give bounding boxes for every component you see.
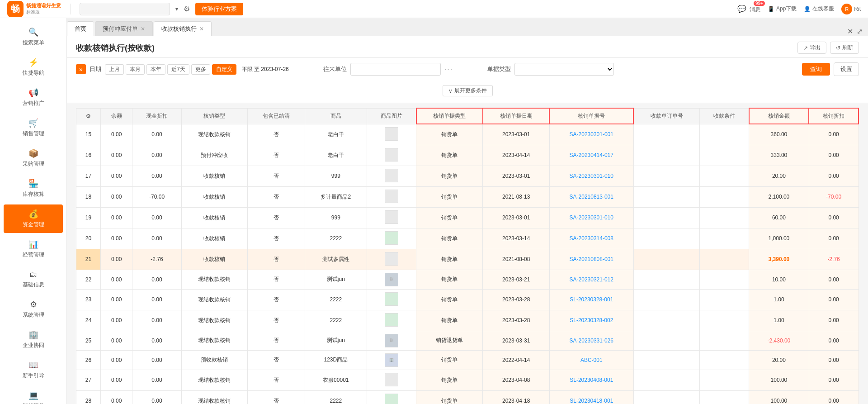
- cell-cash-discount: 0.00: [132, 270, 181, 289]
- cell-goods-img: [367, 186, 416, 207]
- tab-close-all[interactable]: ✕: [847, 27, 853, 36]
- th-goods: 商品: [305, 108, 367, 124]
- expand-more-button[interactable]: ∨ 展开更多条件: [443, 85, 493, 96]
- sidebar-label-sales: 销售管理: [23, 130, 44, 138]
- cell-bill-type: 销货单: [416, 310, 483, 331]
- expand-more-row: ∨ 展开更多条件: [76, 83, 859, 98]
- cell-bill-no[interactable]: SA-20230331-026: [549, 331, 633, 350]
- expand-down-icon: ∨: [448, 88, 453, 94]
- cell-included: 否: [247, 207, 305, 228]
- date-btn-7days[interactable]: 近7天: [167, 64, 189, 75]
- search-input[interactable]: [80, 3, 170, 15]
- bill-no-link[interactable]: SA-20230414-017: [570, 152, 613, 158]
- bill-no-link[interactable]: SA-20230314-008: [570, 235, 613, 242]
- date-btn-this-month[interactable]: 本月: [126, 64, 145, 75]
- online-service[interactable]: 👤在线客服: [804, 5, 834, 13]
- cell-bill-no[interactable]: ABC-001: [549, 350, 633, 370]
- date-btn-this-year[interactable]: 本年: [146, 64, 165, 75]
- date-btn-custom[interactable]: 自定义: [212, 64, 236, 75]
- user-info[interactable]: R Rit: [841, 4, 861, 14]
- cell-bill-no[interactable]: SA-20230301-001: [549, 124, 633, 145]
- sidebar-item-basic[interactable]: 🗂 基础信息: [4, 265, 63, 293]
- sidebar-item-quick[interactable]: ⚡ 快捷导航: [4, 53, 63, 81]
- sidebar-item-sales[interactable]: 🛒 销售管理: [4, 114, 63, 142]
- avatar: R: [841, 4, 852, 14]
- sidebar-item-finance[interactable]: 💰 资金管理: [4, 204, 63, 233]
- cell-bill-no[interactable]: SA-20210808-001: [549, 249, 633, 270]
- sidebar-label-guide: 新手引导: [23, 372, 44, 380]
- sidebar-item-corp[interactable]: 🏢 企业协同: [4, 325, 63, 354]
- bill-no-link[interactable]: SA-20230301-001: [570, 131, 613, 138]
- tab-home[interactable]: 首页: [67, 21, 94, 36]
- th-bill-date: 核销单据日期: [483, 108, 549, 124]
- sidebar-item-hardware[interactable]: 💻 智能硬件: [4, 386, 63, 404]
- cell-bill-type: 销货单: [416, 145, 483, 166]
- table-container[interactable]: ⚙ 余额 现金折扣 核销类型 包含已结清 商品 商品图片 核销单据类型 核销单据…: [67, 103, 868, 404]
- table-row: 23 0.00 0.00 现结收款核销 否 2222 销货单 2023-03-2…: [76, 289, 859, 310]
- tab-prepay-label: 预付冲应付单: [103, 25, 138, 33]
- logo-subtext: 标准版: [26, 9, 61, 15]
- gear-icon[interactable]: ⚙: [184, 5, 190, 13]
- bill-no-link[interactable]: SA-20230331-026: [570, 337, 613, 344]
- cell-bill-no[interactable]: SA-20230321-012: [549, 270, 633, 289]
- bill-no-link[interactable]: SA-20230301-010: [570, 214, 613, 221]
- th-settings[interactable]: ⚙: [76, 108, 101, 124]
- bill-no-link[interactable]: SL-20230328-002: [570, 317, 613, 323]
- bill-no-link[interactable]: SA-20230301-010: [570, 173, 613, 179]
- tab-receipt[interactable]: 收款核销执行 ✕: [154, 21, 212, 36]
- app-download[interactable]: 📱App下载: [768, 5, 797, 13]
- cell-bill-no[interactable]: SA-20230414-017: [549, 145, 633, 166]
- cell-verify-discount: -2.76: [809, 249, 859, 270]
- bill-no-link[interactable]: SL-20230408-001: [570, 377, 613, 383]
- date-btn-more[interactable]: 更多: [191, 64, 210, 75]
- message-label: 消息: [750, 6, 760, 13]
- cell-bill-no[interactable]: SL-20230418-001: [549, 390, 633, 404]
- cell-cash-discount: 0.00: [132, 310, 181, 331]
- bill-no-link[interactable]: SL-20230328-001: [570, 296, 613, 303]
- cell-goods-img: [367, 249, 416, 270]
- export-button[interactable]: ↗ 导出: [797, 42, 826, 54]
- setting-button[interactable]: 设置: [834, 62, 859, 76]
- cell-bill-no[interactable]: SL-20230408-001: [549, 370, 633, 390]
- solution-button[interactable]: 体验行业方案: [195, 3, 243, 15]
- cell-bill-no[interactable]: SA-20230301-010: [549, 166, 633, 186]
- cell-bill-no[interactable]: SL-20230328-001: [549, 289, 633, 310]
- filter-dots: ···: [444, 65, 453, 73]
- sidebar-item-inventory[interactable]: 🏪 库存核算: [4, 174, 63, 203]
- cell-goods-img: [367, 166, 416, 186]
- bill-type-select[interactable]: [514, 63, 614, 76]
- filter-from-unit: 往来单位 ···: [323, 63, 453, 76]
- bill-no-link[interactable]: SL-20230418-001: [570, 398, 613, 404]
- cell-goods-img: [367, 390, 416, 404]
- sidebar-item-guide[interactable]: 📖 新手引导: [4, 356, 63, 384]
- sidebar-item-system[interactable]: ⚙ 系统管理: [4, 295, 63, 323]
- expand-arrow[interactable]: »: [76, 64, 86, 74]
- cell-bill-no[interactable]: SA-20230301-010: [549, 207, 633, 228]
- cell-goods: 2222: [305, 390, 367, 404]
- cell-balance: 0.00: [100, 145, 132, 166]
- bill-no-link[interactable]: SA-20210808-001: [570, 256, 613, 262]
- message-button[interactable]: 💬 99+ 消息: [737, 5, 760, 14]
- table-row: 28 0.00 0.00 现结收款核销 否 2222 销货单 2023-04-1…: [76, 390, 859, 404]
- sidebar-item-operation[interactable]: 📊 经营管理: [4, 235, 63, 263]
- cell-verify-amount: 60.00: [749, 207, 809, 228]
- sidebar-item-purchase[interactable]: 📦 采购管理: [4, 144, 63, 172]
- cell-bill-no[interactable]: SA-20210813-001: [549, 186, 633, 207]
- date-btn-last-month[interactable]: 上月: [105, 64, 124, 75]
- query-button[interactable]: 查询: [802, 63, 830, 76]
- cell-included: 否: [247, 124, 305, 145]
- refresh-button[interactable]: ↺ 刷新: [830, 42, 859, 54]
- sidebar-item-marketing[interactable]: 📢 营销推广: [4, 83, 63, 112]
- bill-no-link[interactable]: ABC-001: [580, 357, 603, 363]
- tab-prepay-close[interactable]: ✕: [141, 26, 145, 32]
- bill-no-link[interactable]: SA-20230321-012: [570, 276, 613, 283]
- bill-no-link[interactable]: SA-20210813-001: [570, 194, 613, 200]
- tab-prepay[interactable]: 预付冲应付单 ✕: [95, 21, 153, 36]
- dropdown-arrow[interactable]: ▾: [175, 6, 178, 12]
- cell-bill-no[interactable]: SA-20230314-008: [549, 228, 633, 249]
- sidebar-item-search[interactable]: 🔍 搜索菜单: [4, 23, 63, 51]
- tab-maximize[interactable]: ⤢: [857, 27, 863, 36]
- from-unit-input[interactable]: [350, 63, 441, 76]
- cell-bill-no[interactable]: SL-20230328-002: [549, 310, 633, 331]
- tab-receipt-close[interactable]: ✕: [199, 26, 204, 32]
